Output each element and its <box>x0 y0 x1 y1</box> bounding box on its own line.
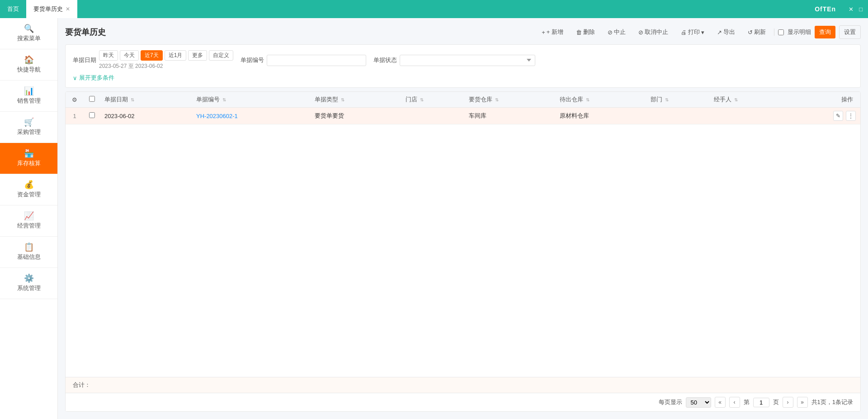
sidebar-label-system: 系统管理 <box>17 284 41 292</box>
tab-home[interactable]: 首页 <box>0 0 26 18</box>
col-settings[interactable]: ⚙ <box>66 92 84 108</box>
col-handler-label: 经手人 <box>714 96 731 103</box>
window-close-icon[interactable]: ✕ <box>849 6 854 13</box>
top-bar: 首页 要货单历史 ✕ OfTEn ✕ □ <box>0 0 868 18</box>
basicinfo-icon: 📋 <box>24 243 34 251</box>
toolbar-divider <box>774 29 774 36</box>
docno-filter-label: 单据编号 <box>241 56 264 64</box>
col-pending-warehouse-sort-icon: ⇅ <box>586 97 590 102</box>
col-dept-sort-icon: ⇅ <box>665 97 669 102</box>
page-first-button[interactable]: « <box>715 397 726 408</box>
date-btn-today[interactable]: 今天 <box>120 50 139 61</box>
status-filter-group: 单据状态 <box>373 55 554 66</box>
page-input[interactable] <box>753 398 769 407</box>
new-icon: + <box>542 29 545 36</box>
per-page-select[interactable]: 50 20 100 <box>686 397 711 408</box>
print-icon: 🖨 <box>681 29 687 36</box>
tab-requisition-label: 要货单历史 <box>33 5 63 13</box>
col-doctype[interactable]: 单据类型 ⇅ <box>310 92 401 108</box>
col-date[interactable]: 单据日期 ⇅ <box>100 92 192 108</box>
sidebar-label-quicknav: 快捷导航 <box>17 66 41 74</box>
col-pending-warehouse[interactable]: 待出仓库 ⇅ <box>555 92 646 108</box>
delete-icon: 🗑 <box>576 29 582 36</box>
sales-icon: 📊 <box>24 87 34 95</box>
export-button[interactable]: ↗ 导出 <box>712 26 740 38</box>
settings-button[interactable]: 设置 <box>839 25 861 39</box>
date-btn-yesterday[interactable]: 昨天 <box>99 50 118 61</box>
refresh-button[interactable]: ↺ 刷新 <box>743 26 770 38</box>
sidebar-item-quicknav[interactable]: 🏠 快捷导航 <box>0 49 57 81</box>
page-prev-button[interactable]: ‹ <box>729 397 740 408</box>
col-date-sort-icon: ⇅ <box>131 97 134 102</box>
page-label-suffix: 页 <box>773 398 779 406</box>
col-req-warehouse[interactable]: 要货仓库 ⇅ <box>464 92 555 108</box>
tab-requisition-history[interactable]: 要货单历史 ✕ <box>26 0 77 18</box>
sidebar-item-operations[interactable]: 📈 经营管理 <box>0 205 57 237</box>
page-next-button[interactable]: › <box>783 397 793 408</box>
select-all-checkbox[interactable] <box>89 96 95 102</box>
delete-button[interactable]: 🗑 删除 <box>571 26 599 38</box>
export-icon: ↗ <box>717 29 722 36</box>
page-last-button[interactable]: » <box>797 397 808 408</box>
sidebar-item-sales[interactable]: 📊 销售管理 <box>0 81 57 112</box>
col-actions: 操作 <box>787 92 860 108</box>
export-label: 导出 <box>723 28 735 36</box>
col-store-sort-icon: ⇅ <box>420 97 424 102</box>
total-label: 共1页，1条记录 <box>811 398 853 406</box>
sidebar-item-basicinfo[interactable]: 📋 基础信息 <box>0 237 57 268</box>
show-detail-toggle[interactable]: 显示明细 <box>778 28 811 36</box>
col-handler[interactable]: 经手人 ⇅ <box>709 92 786 108</box>
row-docno-link[interactable]: YH-20230602-1 <box>196 113 238 119</box>
close-tab-icon[interactable]: ✕ <box>66 6 70 12</box>
filter-panel: 单据日期 昨天 今天 近7天 近1月 更多 自定义 2023-05-27 至 2… <box>65 44 861 88</box>
operations-icon: 📈 <box>24 212 34 220</box>
docno-input[interactable] <box>267 55 366 66</box>
sidebar-item-finance[interactable]: 💰 资金管理 <box>0 174 57 205</box>
stop-button[interactable]: ⊘ 中止 <box>603 26 630 38</box>
query-button[interactable]: 查询 <box>815 26 835 38</box>
date-filter-group: 单据日期 昨天 今天 近7天 近1月 更多 自定义 2023-05-27 至 2… <box>73 50 233 70</box>
delete-label: 删除 <box>583 28 595 36</box>
settings-label: 设置 <box>844 28 856 36</box>
col-docno-label: 单据编号 <box>196 96 220 103</box>
tab-home-label: 首页 <box>7 5 19 13</box>
search-icon: 🔍 <box>24 24 34 33</box>
row-more-button[interactable]: ⋮ <box>846 111 856 121</box>
show-detail-checkbox[interactable] <box>778 29 784 35</box>
row-req-warehouse: 车间库 <box>464 108 555 124</box>
refresh-icon: ↺ <box>748 29 753 36</box>
show-detail-text: 显示明细 <box>788 28 811 36</box>
col-docno[interactable]: 单据编号 ⇅ <box>192 92 310 108</box>
sidebar-item-search[interactable]: 🔍 搜索菜单 <box>0 18 57 49</box>
col-doctype-label: 单据类型 <box>315 96 338 103</box>
col-pending-warehouse-label: 待出仓库 <box>560 96 583 103</box>
expand-label: 展开更多条件 <box>79 74 114 82</box>
col-dept[interactable]: 部门 ⇅ <box>646 92 709 108</box>
window-maximize-icon[interactable]: □ <box>859 6 863 13</box>
page-header: 要货单历史 + + 新增 🗑 删除 ⊘ 中止 ⊘ 取消中止 <box>65 25 861 39</box>
sidebar-item-system[interactable]: ⚙️ 系统管理 <box>0 268 57 299</box>
per-page-label: 每页显示 <box>659 398 682 406</box>
sidebar-item-inventory[interactable]: 🏪 库存核算 <box>0 143 57 174</box>
summary-label: 合计： <box>73 381 90 389</box>
date-btn-7days[interactable]: 近7天 <box>141 50 163 61</box>
new-button[interactable]: + + 新增 <box>537 26 568 38</box>
row-checkbox[interactable] <box>89 112 95 118</box>
date-btn-more[interactable]: 更多 <box>188 50 207 61</box>
row-edit-button[interactable]: ✎ <box>833 111 843 121</box>
table-header-row: ⚙ 单据日期 ⇅ 单据编号 ⇅ <box>66 92 860 108</box>
sidebar-item-purchase[interactable]: 🛒 采购管理 <box>0 112 57 143</box>
print-button[interactable]: 🖨 打印 ▾ <box>676 26 709 38</box>
row-num: 1 <box>66 108 84 124</box>
date-btn-1month[interactable]: 近1月 <box>165 50 187 61</box>
cancel-stop-button[interactable]: ⊘ 取消中止 <box>634 26 673 38</box>
date-btn-custom[interactable]: 自定义 <box>209 50 233 61</box>
expand-more-button[interactable]: ∨ 展开更多条件 <box>73 74 853 82</box>
stop-label: 中止 <box>614 28 626 36</box>
col-store[interactable]: 门店 ⇅ <box>401 92 464 108</box>
status-select[interactable] <box>400 55 535 66</box>
data-table-container: ⚙ 单据日期 ⇅ 单据编号 ⇅ <box>65 91 861 412</box>
col-req-warehouse-sort-icon: ⇅ <box>495 97 499 102</box>
finance-icon: 💰 <box>24 181 34 189</box>
topbar-right: OfTEn ✕ □ <box>807 5 868 13</box>
